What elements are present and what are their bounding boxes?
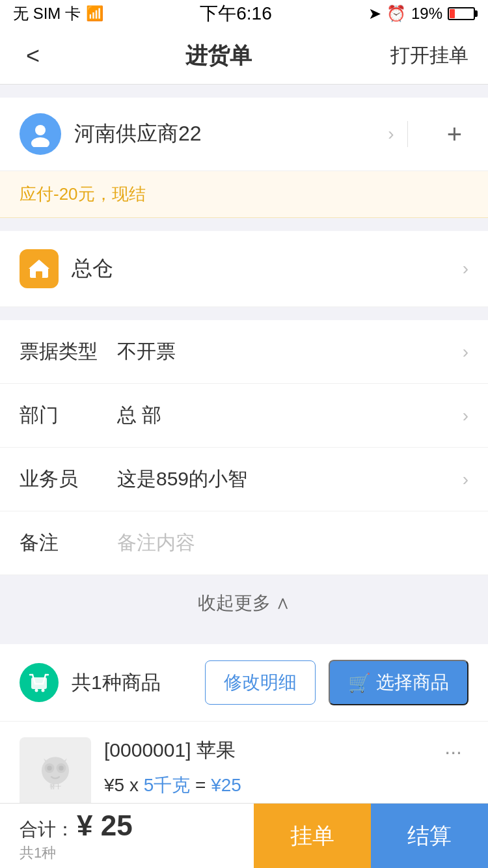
svg-point-11	[47, 766, 52, 771]
form-card: 票据类型 不开票 › 部门 总 部 › 业务员 这是859的小智 › 备注 备注…	[0, 320, 488, 575]
remark-placeholder: 备注内容	[117, 530, 468, 556]
svg-point-6	[35, 689, 38, 692]
warehouse-icon-bg	[20, 249, 59, 288]
section-gap-2	[0, 218, 488, 231]
section-gap-3	[0, 307, 488, 320]
invoice-type-value: 不开票	[117, 338, 456, 365]
warehouse-chevron-icon: ›	[463, 258, 468, 279]
svg-point-12	[59, 766, 64, 771]
wifi-icon: 📶	[86, 5, 103, 22]
products-count-label: 共1种商品	[72, 670, 192, 696]
supplier-chevron-icon: ›	[388, 124, 394, 144]
product-title-0: 苹果	[197, 739, 236, 761]
svg-marker-3	[29, 260, 49, 269]
department-row[interactable]: 部门 总 部 ›	[0, 384, 488, 448]
status-left: 无 SIM 卡 📶	[13, 3, 103, 24]
supplier-name: 河南供应商22	[74, 120, 381, 148]
total-label: 合计：	[20, 817, 74, 842]
salesperson-row[interactable]: 业务员 这是859的小智 ›	[0, 448, 488, 511]
checkout-button[interactable]: 结算	[371, 804, 488, 869]
total-section: 合计： ¥ 25 共1种	[0, 809, 254, 863]
salesperson-chevron-icon: ›	[463, 469, 468, 490]
invoice-type-chevron-icon: ›	[463, 342, 468, 362]
product-info-0: [0000001] 苹果 ¥5 x 5千克 = ¥25	[104, 737, 425, 798]
select-product-button[interactable]: 🛒 选择商品	[329, 660, 468, 705]
supplier-add-button[interactable]: +	[441, 120, 468, 149]
department-label: 部门	[20, 402, 98, 429]
edit-detail-button[interactable]: 修改明细	[205, 660, 316, 705]
svg-point-7	[42, 689, 45, 692]
battery-percent: 19%	[411, 5, 442, 23]
status-bar: 无 SIM 卡 📶 下午6:16 ➤ ⏰ 19%	[0, 0, 488, 27]
open-hold-button[interactable]: 打开挂单	[390, 42, 468, 69]
svg-point-0	[35, 125, 46, 135]
total-amount: ¥ 25	[77, 809, 133, 842]
svg-rect-4	[36, 271, 42, 278]
products-card: 共1种商品 修改明细 🛒 选择商品 替十	[0, 644, 488, 824]
status-right: ➤ ⏰ 19%	[368, 5, 475, 23]
product-name-0: [0000001] 苹果	[104, 737, 425, 764]
select-product-label: 选择商品	[376, 670, 449, 695]
bottom-bar: 合计： ¥ 25 共1种 挂单 结算	[0, 803, 488, 868]
warehouse-row[interactable]: 总仓 ›	[0, 231, 488, 307]
salesperson-label: 业务员	[20, 466, 98, 493]
product-total-0: ¥25	[211, 775, 241, 795]
product-quantity-0: 5千克	[144, 775, 191, 795]
supplier-row[interactable]: 河南供应商22 › +	[0, 98, 488, 171]
remark-row[interactable]: 备注 备注内容	[0, 511, 488, 575]
warehouse-name: 总仓	[72, 254, 456, 283]
collapse-button[interactable]: 收起更多 ∧	[0, 575, 488, 631]
product-price-0: ¥5 x 5千克 = ¥25	[104, 773, 425, 798]
product-code-0: [0000001]	[104, 739, 191, 761]
remark-label: 备注	[20, 530, 98, 556]
carrier-label: 无 SIM 卡	[13, 3, 81, 24]
products-header: 共1种商品 修改明细 🛒 选择商品	[0, 644, 488, 721]
product-more-button-0[interactable]: ···	[438, 737, 468, 766]
hold-button[interactable]: 挂单	[254, 804, 371, 869]
invoice-type-label: 票据类型	[20, 338, 98, 365]
department-value: 总 部	[117, 402, 456, 429]
page-title: 进货单	[185, 41, 252, 71]
salesperson-value: 这是859的小智	[117, 466, 456, 493]
supplier-info-banner: 应付-20元，现结	[0, 171, 488, 218]
product-unit-price-0: ¥5	[104, 775, 124, 795]
section-gap-1	[0, 85, 488, 98]
section-gap-4	[0, 631, 488, 644]
svg-text:替十: 替十	[49, 783, 61, 790]
supplier-divider	[407, 121, 408, 147]
warehouse-icon	[27, 257, 51, 280]
back-button[interactable]: <	[20, 36, 46, 76]
location-icon: ➤	[368, 5, 381, 23]
product-thumbnail: 替十	[20, 737, 91, 809]
products-icon-bg	[20, 663, 59, 702]
status-time: 下午6:16	[200, 1, 272, 26]
total-count: 共1种	[20, 843, 234, 863]
invoice-type-row[interactable]: 票据类型 不开票 ›	[0, 320, 488, 384]
alarm-icon: ⏰	[386, 5, 406, 23]
select-icon: 🛒	[348, 672, 371, 694]
supplier-avatar	[20, 113, 61, 155]
cart-icon	[27, 671, 51, 694]
product-image-placeholder: 替十	[36, 753, 75, 793]
user-icon	[27, 121, 53, 147]
nav-bar: < 进货单 打开挂单	[0, 27, 488, 85]
supplier-card: 河南供应商22 › + 应付-20元，现结	[0, 98, 488, 218]
warehouse-card: 总仓 ›	[0, 231, 488, 307]
department-chevron-icon: ›	[463, 405, 468, 426]
battery-icon	[448, 7, 475, 20]
svg-point-1	[31, 137, 49, 147]
